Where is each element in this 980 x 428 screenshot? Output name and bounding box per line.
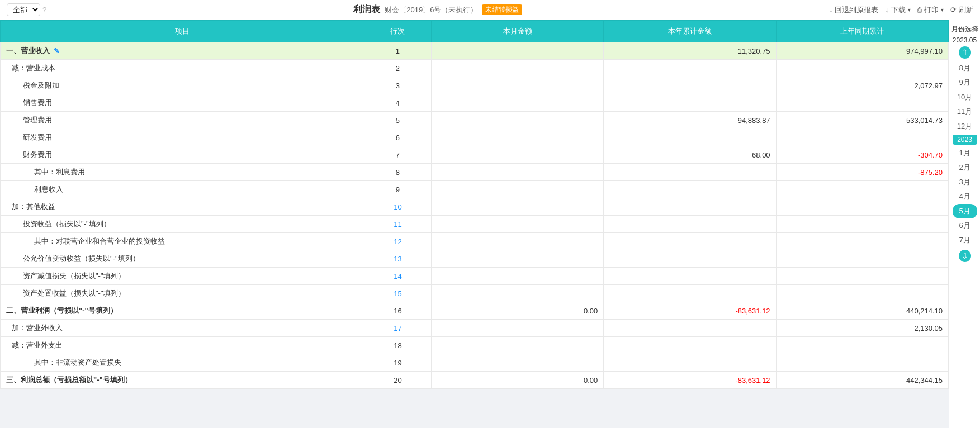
cell-prev (776, 198, 948, 216)
item-label: 资产处置收益（损失以"-"填列） (23, 289, 125, 297)
cell-rownum: 16 (364, 302, 432, 320)
cell-rownum: 10 (364, 198, 432, 216)
item-label: 一、营业收入 (6, 46, 50, 55)
cell-year (604, 60, 776, 77)
cell-month (431, 60, 603, 77)
month-item[interactable]: 9月 (953, 75, 977, 90)
month-item[interactable]: 3月 (953, 175, 977, 189)
table-row: 加：营业外收入172,130.05 (1, 320, 949, 337)
cell-year (604, 233, 776, 250)
item-label: 资产减值损失（损失以"-"填列） (23, 272, 125, 280)
table-row: 管理费用594,883.87533,014.73 (1, 112, 949, 129)
scope-select-wrap[interactable]: 全部 ? (7, 3, 46, 16)
item-label: 财务费用 (23, 150, 52, 159)
month-item[interactable]: 1月 (953, 146, 977, 160)
cell-rownum: 11 (364, 216, 432, 233)
download-btn[interactable]: ↓ ↓ 下载 下载 ▾ (885, 5, 911, 15)
cell-year: 94,883.87 (604, 112, 776, 129)
cell-year: -83,631.12 (604, 372, 776, 389)
scope-select[interactable]: 全部 (7, 3, 40, 16)
cell-month (431, 146, 603, 164)
cell-year (604, 250, 776, 268)
cell-name: 税金及附加 (1, 77, 364, 94)
header-year: 本年累计金额 (604, 21, 776, 42)
cell-rownum: 15 (364, 285, 432, 302)
cell-rownum: 17 (364, 320, 432, 337)
item-label: 加：其他收益 (12, 202, 55, 211)
back-btn[interactable]: ↓ 回退到原报表 (829, 5, 878, 15)
cell-prev (776, 129, 948, 146)
cell-year (604, 354, 776, 372)
cell-year (604, 337, 776, 354)
cell-rownum: 3 (364, 77, 432, 94)
table-row: 利息收入9 (1, 181, 949, 198)
cell-rownum: 14 (364, 268, 432, 285)
item-label: 减：营业外支出 (12, 341, 63, 349)
cell-year (604, 77, 776, 94)
cell-prev (776, 354, 948, 372)
table-row: 资产处置收益（损失以"-"填列）15 (1, 285, 949, 302)
help-icon[interactable]: ? (42, 6, 46, 14)
cell-name: 公允价值变动收益（损失以"-"填列） (1, 250, 364, 268)
cell-name: 其中：利息费用 (1, 164, 364, 181)
table-row: 公允价值变动收益（损失以"-"填列）13 (1, 250, 949, 268)
cell-prev (776, 250, 948, 268)
cell-month (431, 354, 603, 372)
cell-name: 减：营业成本 (1, 60, 364, 77)
header-month: 本月金额 (431, 21, 603, 42)
cell-prev (776, 181, 948, 198)
top-bar-center: 利润表 财会〔2019〕6号（未执行） 未结转损益 (353, 4, 522, 16)
header-name: 项目 (1, 21, 364, 42)
cell-rownum: 9 (364, 181, 432, 198)
month-item[interactable]: 8月 (953, 61, 977, 75)
print-btn[interactable]: ⎙ 打印 ▾ (917, 5, 944, 15)
cell-rownum: 7 (364, 146, 432, 164)
cell-prev: 442,344.15 (776, 372, 948, 389)
cell-month (431, 42, 603, 60)
cell-month (431, 250, 603, 268)
item-label: 其中：利息费用 (34, 168, 85, 176)
month-item[interactable]: 12月 (953, 119, 977, 134)
refresh-btn[interactable]: ⟳ 刷新 (950, 5, 973, 15)
cell-rownum: 19 (364, 354, 432, 372)
cell-year (604, 198, 776, 216)
month-item[interactable]: 11月 (953, 104, 977, 119)
month-item[interactable]: 10月 (953, 90, 977, 104)
cell-month (431, 285, 603, 302)
sidebar-year-label: 2023.05 (953, 36, 977, 44)
item-label: 研发费用 (23, 133, 52, 141)
cell-name: 管理费用 (1, 112, 364, 129)
month-nav-up-btn[interactable]: ⇧ (959, 46, 971, 59)
cell-year (604, 164, 776, 181)
cell-rownum: 5 (364, 112, 432, 129)
cell-name: 研发费用 (1, 129, 364, 146)
month-item[interactable]: 2023 (953, 135, 977, 145)
table-header-row: 项目 行次 本月金额 本年累计金额 上年同期累计 (1, 21, 949, 42)
edit-icon[interactable]: ✎ (52, 47, 59, 55)
sidebar-title: 月份选择 (951, 25, 978, 34)
table-row: 资产减值损失（损失以"-"填列）14 (1, 268, 949, 285)
month-nav-down-btn[interactable]: ⇩ (959, 250, 971, 262)
cell-name: 二、营业利润（亏损以"-"号填列） (1, 302, 364, 320)
table-row: 三、利润总额（亏损总额以"-"号填列）200.00-83,631.12442,3… (1, 372, 949, 389)
refresh-icon: ⟳ (950, 6, 957, 14)
cell-rownum: 20 (364, 372, 432, 389)
item-label: 销售费用 (23, 98, 52, 107)
top-bar-left: 全部 ? (7, 3, 46, 16)
header-rownum: 行次 (364, 21, 432, 42)
table-row: 其中：利息费用8-875.20 (1, 164, 949, 181)
cell-prev (776, 216, 948, 233)
month-item[interactable]: 7月 (953, 233, 977, 248)
top-bar: 全部 ? 利润表 财会〔2019〕6号（未执行） 未结转损益 ↓ 回退到原报表 … (0, 0, 980, 20)
cell-prev (776, 268, 948, 285)
cell-rownum: 2 (364, 60, 432, 77)
cell-name: 利息收入 (1, 181, 364, 198)
month-item[interactable]: 2月 (953, 160, 977, 175)
month-item[interactable]: 5月 (953, 204, 977, 218)
table-row: 二、营业利润（亏损以"-"号填列）160.00-83,631.12440,214… (1, 302, 949, 320)
month-item[interactable]: 4月 (953, 189, 977, 204)
month-item[interactable]: 6月 (953, 218, 977, 233)
cell-prev (776, 285, 948, 302)
cell-name: 一、营业收入 ✎ (1, 42, 364, 60)
header-prev: 上年同期累计 (776, 21, 948, 42)
